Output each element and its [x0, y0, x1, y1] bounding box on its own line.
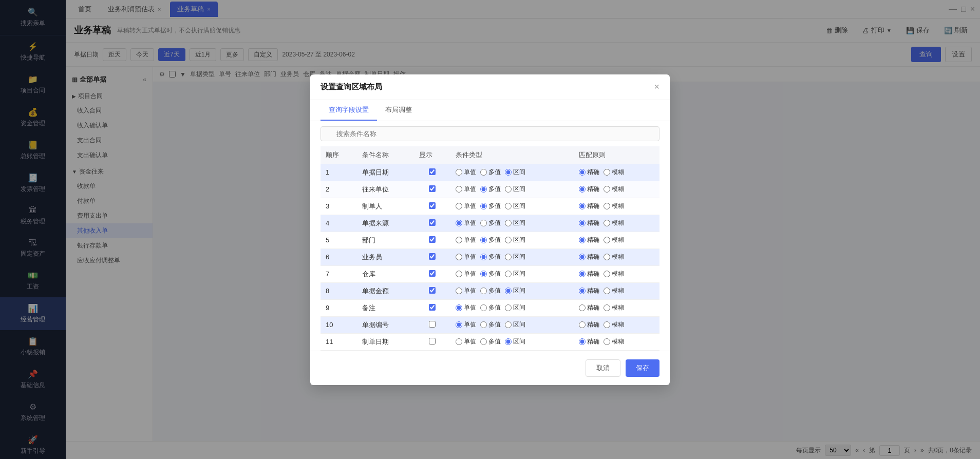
table-row: 6 业务员 单值 多值 区间 精确 模糊	[321, 248, 659, 265]
cell-type: 单值 多值 区间	[450, 282, 574, 299]
table-row: 1 单据日期 单值 多值 区间 精确 模糊	[321, 164, 659, 181]
radio-exact[interactable]	[579, 254, 586, 260]
radio-fuzzy[interactable]	[604, 288, 610, 294]
cell-match: 精确 模糊	[574, 333, 659, 350]
modal-tab-layout[interactable]: 布局调整	[377, 100, 420, 121]
radio-fuzzy[interactable]	[604, 271, 610, 277]
radio-exact[interactable]	[579, 304, 586, 311]
radio-single[interactable]	[456, 271, 462, 277]
radio-single[interactable]	[456, 203, 462, 209]
table-row: 10 单据编号 单值 多值 区间 精确 模糊	[321, 316, 659, 333]
cell-match: 精确 模糊	[574, 282, 659, 299]
radio-range[interactable]	[505, 304, 512, 311]
modal-overlay: 设置查询区域布局 × 查询字段设置 布局调整 🔍 顺序 条件名称 显示 条件类型	[0, 0, 980, 459]
radio-exact[interactable]	[579, 169, 586, 176]
radio-fuzzy[interactable]	[604, 203, 610, 209]
radio-range[interactable]	[505, 203, 512, 209]
radio-single[interactable]	[456, 288, 462, 294]
cancel-button[interactable]: 取消	[586, 359, 620, 377]
radio-range[interactable]	[505, 288, 512, 294]
radio-range[interactable]	[505, 254, 512, 260]
display-checkbox[interactable]	[429, 287, 436, 294]
modal-body: 顺序 条件名称 显示 条件类型 匹配原则 1 单据日期 单值 多值	[310, 146, 670, 351]
radio-multi[interactable]	[480, 203, 487, 209]
radio-range[interactable]	[505, 237, 512, 243]
display-checkbox[interactable]	[429, 219, 436, 226]
display-checkbox[interactable]	[429, 168, 436, 175]
radio-multi[interactable]	[480, 169, 487, 176]
radio-range[interactable]	[505, 271, 512, 277]
display-checkbox[interactable]	[429, 236, 436, 243]
radio-fuzzy[interactable]	[604, 254, 610, 260]
radio-multi[interactable]	[480, 304, 487, 311]
radio-fuzzy[interactable]	[604, 338, 610, 345]
radio-fuzzy[interactable]	[604, 186, 610, 193]
display-checkbox[interactable]	[429, 202, 436, 209]
cell-display	[414, 181, 450, 198]
cell-order: 2	[321, 181, 357, 198]
radio-range[interactable]	[505, 338, 512, 345]
modal-close-btn[interactable]: ×	[654, 82, 659, 92]
radio-multi[interactable]	[480, 321, 487, 328]
radio-fuzzy[interactable]	[604, 304, 610, 311]
cell-type: 单值 多值 区间	[450, 316, 574, 333]
display-checkbox[interactable]	[429, 338, 436, 345]
th-type: 条件类型	[450, 146, 574, 164]
radio-range[interactable]	[505, 186, 512, 193]
cell-name: 单据编号	[357, 316, 414, 333]
radio-exact[interactable]	[579, 288, 586, 294]
radio-exact[interactable]	[579, 203, 586, 209]
modal-search-input[interactable]	[321, 126, 659, 141]
cell-match: 精确 模糊	[574, 265, 659, 282]
cell-name: 部门	[357, 232, 414, 248]
radio-single[interactable]	[456, 186, 462, 193]
radio-fuzzy[interactable]	[604, 169, 610, 176]
cell-name: 制单人	[357, 198, 414, 215]
radio-exact[interactable]	[579, 321, 586, 328]
radio-multi[interactable]	[480, 237, 487, 243]
cell-match: 精确 模糊	[574, 164, 659, 181]
radio-single[interactable]	[456, 338, 462, 345]
cell-match: 精确 模糊	[574, 181, 659, 198]
modal-tab-fields[interactable]: 查询字段设置	[321, 100, 377, 121]
cell-type: 单值 多值 区间	[450, 181, 574, 198]
cell-type: 单值 多值 区间	[450, 299, 574, 316]
save-button[interactable]: 保存	[626, 359, 659, 377]
cell-display	[414, 282, 450, 299]
display-checkbox[interactable]	[429, 321, 436, 328]
radio-single[interactable]	[456, 254, 462, 260]
display-checkbox[interactable]	[429, 253, 436, 260]
radio-single[interactable]	[456, 237, 462, 243]
radio-multi[interactable]	[480, 186, 487, 193]
table-row: 4 单据来源 单值 多值 区间 精确 模糊	[321, 215, 659, 232]
radio-range[interactable]	[505, 169, 512, 176]
radio-multi[interactable]	[480, 338, 487, 345]
radio-multi[interactable]	[480, 288, 487, 294]
cell-display	[414, 198, 450, 215]
radio-exact[interactable]	[579, 186, 586, 193]
radio-single[interactable]	[456, 220, 462, 226]
radio-multi[interactable]	[480, 271, 487, 277]
radio-exact[interactable]	[579, 237, 586, 243]
radio-exact[interactable]	[579, 220, 586, 226]
cell-name: 单据金额	[357, 282, 414, 299]
display-checkbox[interactable]	[429, 304, 436, 311]
cell-display	[414, 333, 450, 350]
cell-type: 单值 多值 区间	[450, 232, 574, 248]
radio-multi[interactable]	[480, 254, 487, 260]
radio-single[interactable]	[456, 169, 462, 176]
radio-fuzzy[interactable]	[604, 237, 610, 243]
radio-multi[interactable]	[480, 220, 487, 226]
modal-search-area: 🔍	[310, 121, 670, 146]
radio-range[interactable]	[505, 321, 512, 328]
radio-exact[interactable]	[579, 338, 586, 345]
display-checkbox[interactable]	[429, 270, 436, 277]
radio-range[interactable]	[505, 220, 512, 226]
radio-fuzzy[interactable]	[604, 321, 610, 328]
radio-fuzzy[interactable]	[604, 220, 610, 226]
cell-name: 单据日期	[357, 164, 414, 181]
display-checkbox[interactable]	[429, 185, 436, 192]
radio-single[interactable]	[456, 321, 462, 328]
radio-exact[interactable]	[579, 271, 586, 277]
radio-single[interactable]	[456, 304, 462, 311]
